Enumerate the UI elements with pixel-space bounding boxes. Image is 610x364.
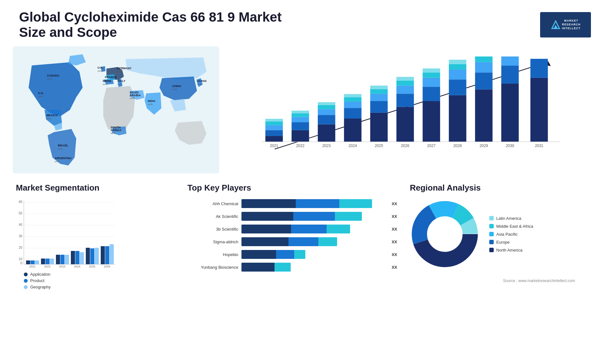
svg-text:10: 10: [19, 257, 23, 261]
svg-rect-139: [86, 248, 90, 264]
logo-text-line3: INTELLECT: [562, 27, 581, 30]
bar-2029: XX 2029: [475, 57, 492, 148]
svg-text:2025: 2025: [375, 144, 383, 148]
svg-text:xx%: xx%: [46, 117, 51, 120]
svg-rect-59: [344, 108, 362, 118]
svg-text:xx%: xx%: [103, 83, 107, 86]
players-title: Top Key Players: [187, 183, 397, 193]
svg-text:xx%: xx%: [172, 88, 177, 91]
svg-text:2024: 2024: [349, 144, 357, 148]
svg-rect-88: [449, 70, 466, 79]
legend-dot-geography: [24, 285, 28, 289]
svg-rect-136: [75, 251, 79, 264]
svg-rect-66: [370, 101, 388, 113]
svg-rect-95: [475, 62, 492, 72]
player-row-yunbang: Yunbang Bioscience XX: [187, 263, 397, 272]
svg-text:0: 0: [20, 261, 22, 265]
svg-rect-144: [105, 246, 109, 264]
bar-2023: XX 2023: [318, 102, 335, 148]
svg-text:30: 30: [19, 234, 23, 238]
svg-text:2030: 2030: [506, 144, 514, 148]
svg-text:2026: 2026: [401, 144, 410, 148]
player-row-hopebio: Hopebio XX: [187, 250, 397, 259]
bar-2030: XX 2030: [501, 57, 519, 148]
svg-rect-124: [30, 260, 35, 264]
legend-dot-application: [24, 273, 28, 276]
svg-rect-125: [35, 260, 39, 264]
svg-rect-133: [65, 255, 69, 264]
bar-2028: XX 2028: [449, 60, 466, 148]
player-row-ahh: Ahh Chemical XX: [187, 199, 397, 208]
svg-rect-54: [318, 105, 335, 109]
svg-text:2024: 2024: [74, 265, 80, 268]
svg-rect-52: [318, 115, 335, 124]
svg-rect-67: [370, 94, 388, 101]
svg-rect-73: [396, 94, 414, 107]
legend-north-america: North America: [489, 248, 533, 253]
svg-text:AFRICA: AFRICA: [111, 129, 121, 132]
svg-rect-90: [449, 60, 466, 64]
legend-middle-east-africa: Middle East & Africa: [489, 224, 533, 229]
svg-text:xx%: xx%: [117, 70, 122, 73]
svg-rect-53: [318, 109, 335, 115]
donut-container: Latin America Middle East & Africa Asia …: [410, 199, 594, 269]
player-row-3b: 3b Scientific XX: [187, 225, 397, 233]
svg-rect-128: [45, 259, 50, 264]
svg-text:2022: 2022: [296, 144, 305, 148]
legend-asia-pacific: Asia Pacific: [489, 232, 533, 237]
svg-text:xx%: xx%: [55, 160, 59, 163]
svg-text:2031: 2031: [535, 144, 544, 148]
dot-latin-america: [489, 216, 494, 220]
donut-chart: [410, 199, 480, 269]
svg-text:ARABIA: ARABIA: [130, 94, 141, 97]
svg-text:40: 40: [19, 223, 23, 226]
player-bar-yunbang: [241, 263, 387, 272]
svg-rect-40: [265, 121, 283, 125]
player-row-sigma: Sigma-aldrich XX: [187, 237, 397, 246]
svg-rect-68: [370, 89, 388, 94]
svg-rect-145: [110, 244, 114, 264]
svg-rect-94: [475, 72, 492, 89]
svg-text:CHINA: CHINA: [172, 84, 181, 88]
svg-text:JAPAN: JAPAN: [197, 79, 207, 83]
svg-text:xx%: xx%: [98, 70, 102, 72]
svg-rect-60: [344, 102, 362, 108]
svg-rect-99: [501, 84, 519, 142]
regional-title: Regional Analysis: [410, 183, 594, 193]
player-bar-3b: [241, 225, 387, 233]
bar-2022: XX 2022: [292, 111, 309, 148]
svg-text:2028: 2028: [453, 144, 462, 148]
legend-application: Application: [24, 272, 175, 277]
player-name-3b: 3b Scientific: [187, 227, 238, 232]
svg-rect-87: [449, 79, 466, 95]
bar-2021: XX 2021: [265, 119, 283, 148]
svg-rect-100: [501, 65, 519, 84]
logo-area: MARKET RESEARCH INTELLECT: [540, 12, 591, 37]
svg-rect-37: [265, 136, 283, 142]
svg-marker-1: [554, 25, 558, 29]
svg-text:xx%: xx%: [148, 103, 152, 106]
svg-text:2026: 2026: [104, 265, 110, 268]
svg-rect-129: [50, 259, 54, 264]
svg-rect-72: [396, 107, 414, 142]
svg-rect-96: [475, 57, 492, 62]
svg-rect-101: [501, 57, 519, 65]
legend-geography: Geography: [24, 285, 175, 289]
svg-text:2027: 2027: [427, 144, 436, 148]
svg-text:FRANCE: FRANCE: [105, 76, 117, 79]
svg-text:SPAIN: SPAIN: [103, 79, 111, 83]
svg-text:60: 60: [19, 200, 23, 204]
bar-2024: XX 2024: [344, 94, 362, 148]
player-name-ahh: Ahh Chemical: [187, 201, 238, 206]
svg-text:2022: 2022: [44, 265, 51, 268]
svg-rect-141: [95, 248, 99, 264]
svg-rect-143: [101, 246, 105, 264]
svg-text:MEXICO: MEXICO: [46, 114, 58, 117]
svg-rect-65: [370, 113, 388, 142]
player-name-sigma: Sigma-aldrich: [187, 239, 238, 244]
seg-legend: Application Product Geography: [24, 272, 175, 289]
svg-text:xx%: xx%: [130, 97, 134, 100]
svg-text:xx%: xx%: [47, 78, 52, 80]
svg-text:BRAZIL: BRAZIL: [58, 144, 68, 147]
svg-text:2025: 2025: [89, 265, 95, 268]
